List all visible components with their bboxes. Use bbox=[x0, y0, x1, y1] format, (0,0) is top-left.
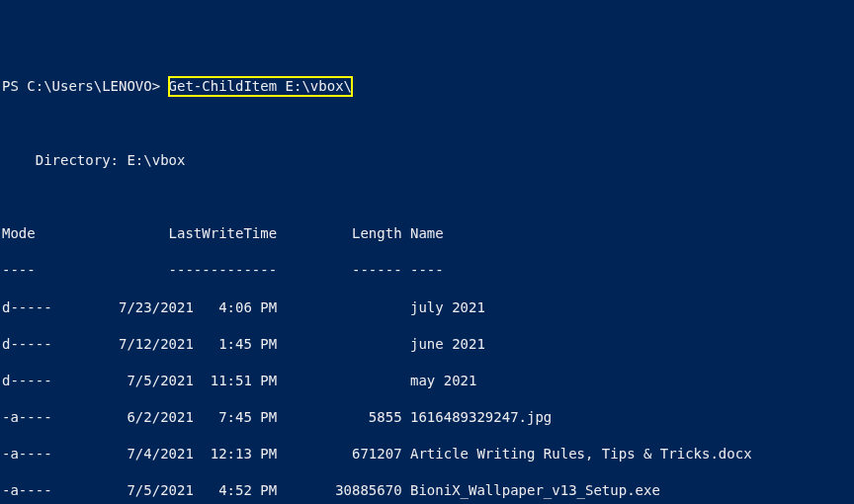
table-row: -a---- 7/4/2021 12:13 PM 671207 Article … bbox=[2, 445, 852, 463]
table-row: -a---- 6/2/2021 7:45 PM 5855 16164893292… bbox=[2, 408, 852, 427]
table-row: d----- 7/23/2021 4:06 PM july 2021 bbox=[2, 298, 852, 317]
header-line: Mode LastWriteTime Length Name bbox=[2, 224, 852, 243]
highlighted-command: Get-ChildItem E:\vbox\ bbox=[169, 77, 352, 96]
table-row: d----- 7/12/2021 1:45 PM june 2021 bbox=[2, 335, 852, 354]
table-row: d----- 7/5/2021 11:51 PM may 2021 bbox=[2, 372, 852, 390]
directory-line: Directory: E:\vbox bbox=[2, 151, 852, 170]
prompt-prefix: PS C:\Users\LENOVO> bbox=[2, 78, 169, 94]
prompt-line-1: PS C:\Users\LENOVO> Get-ChildItem E:\vbo… bbox=[2, 77, 852, 96]
header-underline: ---- ------------- ------ ---- bbox=[2, 261, 852, 280]
table-row: -a---- 7/5/2021 4:52 PM 30885670 BioniX_… bbox=[2, 481, 852, 500]
